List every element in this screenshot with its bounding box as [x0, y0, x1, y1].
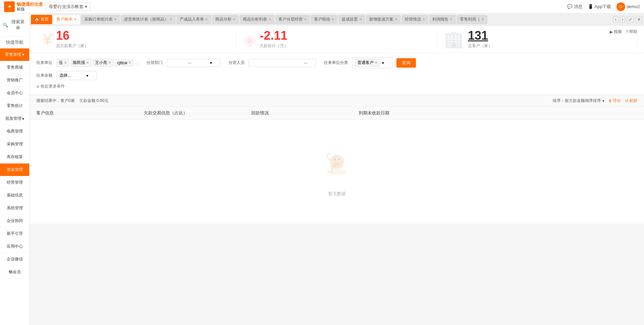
person-more-icon: ···: [304, 61, 307, 65]
sort-select[interactable]: 排序：按欠款金额倒序排序 ▾: [553, 98, 604, 104]
export-button[interactable]: ⬆ 导出: [608, 98, 621, 104]
sidebar-item-new-guide[interactable]: 新手引导: [0, 227, 29, 240]
tab-close-production[interactable]: ✕: [205, 17, 208, 21]
collapse-button[interactable]: ∧ 收起更多条件: [36, 82, 637, 91]
tab-home[interactable]: 🏠 首页: [31, 15, 52, 24]
tag-2-remove[interactable]: ✕: [108, 61, 111, 65]
tag-1-remove[interactable]: ✕: [86, 61, 89, 65]
app-download-btn[interactable]: 📱 App下载: [588, 4, 611, 10]
tab-close-retail-profit[interactable]: ✕: [481, 17, 484, 21]
tab-close-business[interactable]: ✕: [422, 17, 425, 21]
dept-filter-label: 分管部门: [146, 60, 163, 66]
tab-close-customer-book[interactable]: ✕: [74, 17, 77, 21]
sidebar-item-retail-mall[interactable]: 零售商城: [0, 61, 29, 74]
stat-block-customers: ¥ 16 总欠款客户（家）: [36, 30, 237, 49]
sidebar-item-retail-stats[interactable]: 零售统计: [0, 100, 29, 112]
sidebar-item-member[interactable]: 会员中心: [0, 87, 29, 100]
tab-promotion-settings[interactable]: 提成设置 ✕: [338, 15, 365, 24]
tag-0-remove[interactable]: ✕: [64, 61, 67, 65]
unit-filter-label: 往来单位: [36, 60, 52, 66]
sidebar-item-ecommerce[interactable]: 电商管理: [0, 125, 29, 138]
message-btn[interactable]: 💬 消息: [567, 4, 583, 10]
help-btn[interactable]: ? 帮助: [626, 29, 637, 35]
tab-bar: 🏠 首页 客户账本 ✕ 采购订单统计表 ✕ 进货单统计表（按商品） ✕ 产成品入…: [30, 13, 644, 26]
query-button[interactable]: 查询: [396, 58, 416, 68]
person-select[interactable]: ···: [249, 59, 316, 67]
message-label: 消息: [574, 4, 583, 10]
dept-select[interactable]: ··· ▾: [167, 59, 220, 67]
play-icon: ▶: [610, 30, 613, 34]
sidebar-item-wholesale[interactable]: 批发管理 ▾: [0, 112, 29, 125]
sidebar-item-enterprise[interactable]: 企业协同: [0, 215, 29, 227]
tab-purchase-order[interactable]: 采购订单统计表 ✕: [81, 15, 120, 24]
tab-product-analysis-list[interactable]: 商品分析列表 ✕: [240, 15, 274, 24]
tab-scroll-right[interactable]: ›: [620, 16, 625, 23]
tag-1-label: 陈民强: [73, 60, 85, 66]
tab-close-analysis-list[interactable]: ✕: [268, 17, 271, 21]
diamond-icon: ◈: [243, 30, 256, 49]
tab-customer-book[interactable]: 客户账本 ✕: [53, 15, 80, 24]
tab-close-promo-settings[interactable]: ✕: [359, 17, 362, 21]
dept-more-icon: ···: [188, 61, 191, 65]
balance-select[interactable]: 选择... ▾: [56, 71, 97, 80]
user-menu[interactable]: D demo2: [616, 2, 640, 11]
tab-customer-segment[interactable]: 客户分层经营 ✕: [275, 15, 310, 24]
tag-3-remove[interactable]: ✕: [128, 61, 131, 65]
refresh-button[interactable]: ↺ 刷新: [625, 98, 637, 104]
filter-more-btn[interactable]: ...: [135, 61, 138, 65]
unit-type-select[interactable]: 普通客户 ✕ ▾: [352, 57, 392, 68]
tab-close-profit[interactable]: ✕: [450, 17, 453, 21]
avatar: D: [616, 2, 625, 11]
tab-production[interactable]: 产成品入库单 ✕: [176, 15, 211, 24]
sidebar-item-purchase[interactable]: 采购管理: [0, 138, 29, 151]
search-menu-button[interactable]: 🔍 搜索菜单: [3, 17, 27, 33]
col-header-date: 到期未收款日期: [359, 110, 637, 116]
sidebar-item-inventory[interactable]: 库存核算: [0, 151, 29, 164]
sidebar-item-vip[interactable]: 畅会员: [0, 266, 29, 279]
balance-filter-label: 往来余额: [36, 73, 52, 78]
stat-info-customers: 16 总欠款客户（家）: [56, 30, 88, 49]
sidebar-item-operations[interactable]: 经营管理: [0, 176, 29, 189]
yuan-icon: ¥: [43, 30, 52, 48]
retail-stats-label: 零售统计: [7, 103, 23, 108]
tab-close-stock[interactable]: ✕: [170, 17, 172, 21]
tab-scroll-left[interactable]: ‹: [613, 16, 618, 23]
sidebar-item-enterprise-wechat[interactable]: 企业微信: [0, 253, 29, 266]
tab-close-all[interactable]: ✕: [635, 16, 643, 23]
total-customers2-label: 总客户（家）: [468, 43, 492, 49]
customer-contact-tab-label: 客户联络: [314, 16, 330, 22]
unit-type-remove[interactable]: ✕: [375, 61, 378, 65]
tab-close-contact[interactable]: ✕: [332, 17, 334, 21]
tab-product-analysis[interactable]: 商品分析 ✕: [212, 15, 239, 24]
svg-point-0: [327, 169, 347, 175]
tab-close-new-promo[interactable]: ✕: [395, 17, 397, 21]
tab-new-promotion[interactable]: 新增提成方案 ✕: [366, 15, 401, 24]
filter-row-1: 往来单位 伍 ✕ 陈民强 ✕ 王小亮 ✕: [36, 57, 637, 68]
stock-stats-tab-label: 进货单统计表（按商品）: [124, 16, 168, 22]
quick-nav-button[interactable]: 快捷导航: [0, 37, 29, 48]
tab-close-purchase[interactable]: ✕: [114, 17, 117, 21]
total-customers-label: 总欠款客户（家）: [56, 43, 88, 49]
svg-point-5: [338, 158, 340, 160]
tab-profit-report[interactable]: 利润报告 ✕: [429, 15, 456, 24]
filter-area: 往来单位 伍 ✕ 陈民强 ✕ 王小亮 ✕: [30, 53, 644, 95]
tab-expand[interactable]: ⤢: [627, 16, 634, 23]
sidebar-item-system[interactable]: 系统管理: [0, 202, 29, 215]
tab-close-analysis[interactable]: ✕: [233, 17, 235, 21]
sidebar-item-app-center[interactable]: 应用中心: [0, 240, 29, 253]
video-btn[interactable]: ▶ 视频: [610, 29, 622, 35]
search-label: 搜索菜单: [9, 19, 27, 31]
empty-state: 暂无数据: [30, 120, 644, 224]
tab-customer-contact[interactable]: 客户联络 ✕: [311, 15, 338, 24]
sidebar-item-basic-info[interactable]: 基础信息: [0, 189, 29, 202]
debt-total-value: -2.11: [260, 30, 288, 42]
tab-business-status[interactable]: 经营情况 ✕: [401, 15, 428, 24]
sidebar-item-finance[interactable]: 资金管理: [0, 164, 29, 176]
refresh-icon: ↺: [625, 99, 628, 103]
sidebar-item-retail-mgmt[interactable]: 零售管理 ▾: [0, 48, 29, 61]
sidebar-item-marketing[interactable]: 营销推广: [0, 74, 29, 87]
tab-close-segment[interactable]: ✕: [304, 17, 307, 21]
tab-stock-stats[interactable]: 进货单统计表（按商品） ✕: [121, 15, 176, 24]
account-selector[interactable]: 母婴行业演示帐套 ▾: [46, 2, 90, 11]
tab-retail-profit[interactable]: 零售利润（ ✕: [457, 15, 487, 24]
